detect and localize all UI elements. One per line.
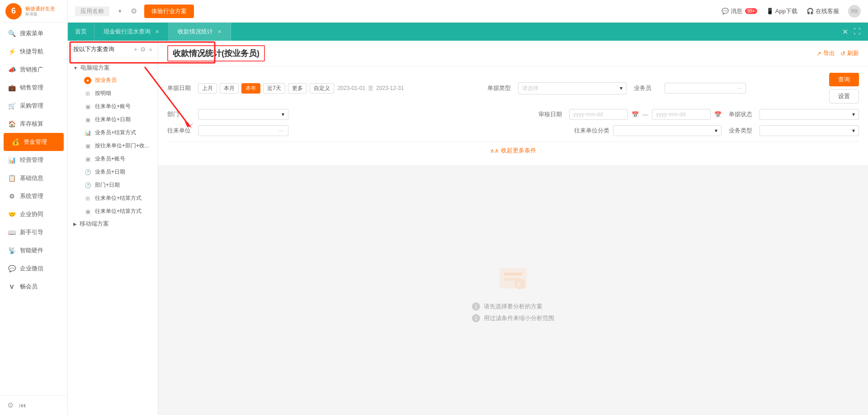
scheme-group-mobile: ▶ 移动端方案 xyxy=(68,218,158,230)
scheme-gear-icon[interactable]: ⚙ xyxy=(140,46,146,53)
member-icon: V xyxy=(7,282,16,291)
scheme-item-dept-date[interactable]: 🕐 部门+日期 xyxy=(71,179,158,192)
collapse-sidebar-icon[interactable]: ⏮ xyxy=(19,401,26,410)
topbar-gear-icon[interactable]: ⚙ xyxy=(131,7,137,15)
date-btn-7days[interactable]: 近7天 xyxy=(263,83,285,94)
scheme-item-detail[interactable]: ⊞ 按明细 xyxy=(71,87,158,100)
status-chevron: ▾ xyxy=(852,111,855,118)
sidebar-item-finance[interactable]: 💰 资金管理 xyxy=(4,133,64,151)
scheme-item-partner-account[interactable]: ▣ 往来单位+账号 xyxy=(71,100,158,113)
tabbar-close-icon[interactable]: ✕ xyxy=(842,28,848,36)
refresh-button[interactable]: ↺ 刷新 xyxy=(840,49,859,57)
sidebar-item-marketing[interactable]: 📣 营销推广 xyxy=(0,61,67,79)
sidebar-item-system[interactable]: ⚙ 系统管理 xyxy=(0,187,67,205)
salesman-dots[interactable]: ··· xyxy=(737,85,742,91)
topbar-service[interactable]: 🎧 在线客服 xyxy=(807,7,839,15)
svg-rect-2 xyxy=(504,278,518,281)
scheme-collapse-icon[interactable]: « xyxy=(149,46,152,53)
calendar-to-icon[interactable]: 📅 xyxy=(714,111,722,118)
partner-dots[interactable]: ··· xyxy=(279,127,283,134)
date-btn-this-month[interactable]: 本月 xyxy=(220,83,239,94)
collapse-row: ∧∧ 收起更多条件 xyxy=(167,141,859,159)
hardware-icon: 📡 xyxy=(7,246,16,255)
salesman-select[interactable]: ··· xyxy=(665,83,746,94)
wechat-icon: 💬 xyxy=(7,264,16,273)
topbar-app-download[interactable]: 📱 App下载 xyxy=(766,7,797,15)
sidebar-item-enterprise[interactable]: 🤝 企业协同 xyxy=(0,205,67,223)
scheme-item-salesman-settlement[interactable]: 📊 业务员+结算方式 xyxy=(71,126,158,139)
sidebar-item-wechat[interactable]: 💬 企业微信 xyxy=(0,259,67,278)
scheme-item-by-salesman[interactable]: ● 按业务员 xyxy=(71,74,158,87)
sidebar-item-purchase[interactable]: 🛒 采购管理 xyxy=(0,97,67,115)
sidebar-item-operations[interactable]: 📊 经营管理 xyxy=(0,151,67,169)
main-panel: 收款情况统计(按业务员) ↗ 导出 ↺ 刷新 xyxy=(158,41,868,415)
scheme-item-partner-settlement2[interactable]: ▣ 往来单位+结算方式 xyxy=(71,205,158,218)
sidebar-item-member[interactable]: V 畅会员 xyxy=(0,278,67,296)
review-date-to[interactable]: yyyy-mm-dd xyxy=(652,109,711,120)
date-range: 2023-01-01 至 2023-12-31 xyxy=(338,85,404,92)
tab-bank[interactable]: 现金银行流水查询 ✕ xyxy=(94,23,169,41)
refresh-icon: ↺ xyxy=(840,50,845,57)
export-button[interactable]: ↗ 导出 xyxy=(816,49,835,57)
date-btn-more[interactable]: 更多 xyxy=(288,83,307,94)
review-date-from[interactable]: yyyy-mm-dd xyxy=(569,109,628,120)
scheme-item-partner-date[interactable]: ▣ 往来单位+日期 xyxy=(71,113,158,126)
result-area: 1 请先选择要分析的方案 2 用过滤条件来缩小分析范围 xyxy=(158,166,868,415)
scheme-item-salesman-account[interactable]: ▣ 业务员+账号 xyxy=(71,152,158,165)
voucher-status-select[interactable]: ▾ xyxy=(760,109,859,120)
tab-bank-close[interactable]: ✕ xyxy=(155,29,159,35)
sidebar-item-guide[interactable]: 📖 新手引导 xyxy=(0,223,67,241)
scheme-add-icon[interactable]: + xyxy=(134,46,137,53)
query-button[interactable]: 查询 xyxy=(829,73,859,86)
tab-home[interactable]: 首页 xyxy=(68,23,94,41)
svg-rect-5 xyxy=(518,282,519,283)
scheme-group-desktop-title[interactable]: ▼ 电脑端方案 xyxy=(68,62,158,74)
date-btn-last-month[interactable]: 上月 xyxy=(198,83,217,94)
user-avatar[interactable]: Rit xyxy=(848,5,861,18)
scheme-item-icon10: ▣ xyxy=(84,208,91,215)
setting-button[interactable]: 设置 xyxy=(829,89,859,104)
scheme-item-partner-settlement1[interactable]: ⊞ 往来单位+结算方式 xyxy=(71,192,158,205)
scheme-group-mobile-title[interactable]: ▶ 移动端方案 xyxy=(68,218,158,230)
date-btn-this-year[interactable]: 本年 xyxy=(241,83,260,94)
filter-row-1: 单据日期 上月 本月 本年 近7天 更多 自定义 2023-01-01 至 xyxy=(167,73,859,104)
settings-footer-icon[interactable]: ⚙ xyxy=(7,401,14,410)
topbar-right: 💬 消息 99+ 📱 App下载 🎧 在线客服 Rit xyxy=(722,5,861,18)
partner-category-select[interactable]: ▾ xyxy=(613,125,722,136)
dept-select[interactable]: ▾ xyxy=(198,109,288,120)
biz-type-select[interactable]: ▾ xyxy=(760,125,859,136)
voucher-status-label: 单据状态 xyxy=(729,110,756,118)
sidebar-item-search[interactable]: 🔍 搜索菜单 xyxy=(0,24,67,42)
scheme-header-title: 按以下方案查询 xyxy=(73,45,114,53)
desktop-group-arrow: ▼ xyxy=(73,66,78,71)
voucher-type-chevron: ▾ xyxy=(620,85,623,91)
collapse-button[interactable]: ∧∧ 收起更多条件 xyxy=(490,146,536,155)
scheme-trial-button[interactable]: 体验行业方案 xyxy=(144,5,194,18)
message-badge: 99+ xyxy=(745,8,757,14)
scheme-item-salesman-date[interactable]: 🕐 业务员+日期 xyxy=(71,165,158,179)
filter-biz-type-item: 业务类型 ▾ xyxy=(729,125,859,136)
tabbar-expand-icon[interactable]: ⛶ xyxy=(854,28,861,36)
operations-icon: 📊 xyxy=(7,156,16,165)
filter-voucher-type-item: 单据类型 请选择 ▾ xyxy=(487,82,627,94)
scheme-item-icon7: 🕐 xyxy=(84,169,91,176)
filter-voucher-status-item: 单据状态 ▾ xyxy=(729,109,859,120)
sidebar-item-inventory[interactable]: 🏠 库存核算 xyxy=(0,115,67,133)
date-btn-custom[interactable]: 自定义 xyxy=(310,83,334,94)
partner-select[interactable]: ··· xyxy=(198,125,288,136)
calendar-from-icon[interactable]: 📅 xyxy=(632,111,639,118)
tab-receipt-close[interactable]: ✕ xyxy=(217,29,222,35)
voucher-type-select[interactable]: 请选择 ▾ xyxy=(518,82,627,94)
sidebar-item-hardware[interactable]: 📡 智能硬件 xyxy=(0,241,67,259)
scheme-item-partner-dept[interactable]: ▣ 按往来单位+部门+收... xyxy=(71,139,158,152)
sidebar-item-quicknav[interactable]: ⚡ 快捷导航 xyxy=(0,42,67,61)
sidebar-item-basics[interactable]: 📋 基础信息 xyxy=(0,169,67,187)
tab-receipt[interactable]: 收款情况统计 ✕ xyxy=(169,23,231,41)
date-range-dash: — xyxy=(642,111,648,118)
topbar-chevron-icon[interactable]: ▾ xyxy=(118,8,122,14)
topbar-message[interactable]: 💬 消息 99+ xyxy=(722,7,757,15)
svg-point-3 xyxy=(514,278,525,289)
partner-label: 往来单位 xyxy=(167,127,194,135)
sidebar-item-sales[interactable]: 💼 销售管理 xyxy=(0,79,67,97)
partner-category-label: 往来单位分类 xyxy=(574,127,609,135)
